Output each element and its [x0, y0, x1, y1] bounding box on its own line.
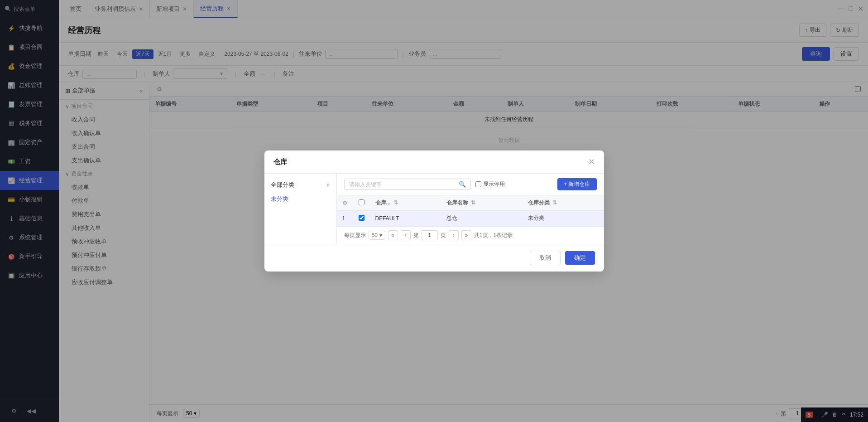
sort-category-icon[interactable]: ⇅ — [552, 199, 557, 206]
modal-total: 共1页，1条记录 — [474, 232, 513, 239]
modal-footer-bar: 每页显示 50 ▾ « ‹ 第 页 › » 共1页，1条记录 — [337, 226, 604, 244]
cancel-button[interactable]: 取消 — [530, 251, 561, 265]
row-name: 总仓 — [441, 211, 523, 226]
row-checkbox-cell — [353, 211, 370, 226]
row-code: DEFAULT — [370, 211, 441, 226]
modal-page-input[interactable] — [422, 230, 438, 240]
row-category: 未分类 — [523, 211, 604, 226]
col-warehouse-code: 仓库... ⇅ — [370, 195, 441, 211]
modal-search-icon: 🔍 — [459, 181, 466, 188]
modal-page-suffix: 页 — [441, 232, 446, 239]
modal-sidebar-all[interactable]: 全部分类 « — [264, 178, 336, 192]
all-category-label: 全部分类 — [271, 181, 294, 189]
row-num: 1 — [337, 211, 353, 226]
modal-next-btn[interactable]: › — [449, 230, 459, 240]
modal-header: 仓库 ✕ — [264, 150, 604, 174]
modal-select-all[interactable] — [359, 199, 364, 205]
modal-close-button[interactable]: ✕ — [588, 157, 595, 167]
modal-body: 全部分类 « 未分类 🔍 显示停用 + 新增仓库 — [264, 174, 604, 244]
modal-table-row[interactable]: 1 DEFAULT 总仓 未分类 — [337, 211, 604, 226]
modal-page-size-select[interactable]: 50 ▾ — [369, 231, 385, 240]
modal-table-container: ⚙ 仓库... ⇅ 仓库名称 — [337, 195, 604, 226]
show-disabled-checkbox[interactable] — [475, 181, 481, 187]
modal-actions: 取消 确定 — [264, 244, 604, 272]
modal-overlay[interactable]: 仓库 ✕ 全部分类 « 未分类 🔍 — [0, 0, 868, 422]
col-warehouse-name: 仓库名称 ⇅ — [441, 195, 523, 211]
modal-title: 仓库 — [273, 158, 287, 166]
modal-size-arrow: ▾ — [379, 232, 382, 238]
modal-table: ⚙ 仓库... ⇅ 仓库名称 — [337, 195, 604, 226]
modal-per-page-label: 每页显示 — [344, 232, 366, 239]
modal-sidebar-uncategorized[interactable]: 未分类 — [264, 192, 336, 206]
modal-first-btn[interactable]: « — [388, 230, 398, 240]
col-check — [353, 195, 370, 211]
sort-name-icon[interactable]: ⇅ — [471, 199, 475, 206]
confirm-button[interactable]: 确定 — [565, 251, 595, 265]
modal-prev-btn[interactable]: ‹ — [401, 230, 411, 240]
modal-toolbar: 🔍 显示停用 + 新增仓库 — [337, 174, 604, 195]
modal-search-box[interactable]: 🔍 — [344, 179, 471, 190]
modal-page-word: 第 — [413, 232, 419, 239]
modal-collapse-icon[interactable]: « — [327, 182, 330, 188]
modal-warehouse: 仓库 ✕ 全部分类 « 未分类 🔍 — [264, 150, 604, 272]
modal-last-btn[interactable]: » — [461, 230, 471, 240]
col-settings: ⚙ — [337, 195, 353, 211]
col-warehouse-category: 仓库分类 ⇅ — [523, 195, 604, 211]
modal-main: 🔍 显示停用 + 新增仓库 ⚙ — [337, 174, 604, 244]
sort-code-icon[interactable]: ⇅ — [393, 199, 398, 206]
row-checkbox[interactable] — [359, 215, 364, 221]
table-gear-icon[interactable]: ⚙ — [342, 200, 347, 206]
modal-search-input[interactable] — [349, 181, 457, 188]
modal-pagination: 每页显示 50 ▾ « ‹ 第 页 › » 共1页，1条记录 — [344, 230, 513, 240]
modal-sidebar: 全部分类 « 未分类 — [264, 174, 337, 244]
show-disabled-label: 显示停用 — [475, 180, 505, 188]
add-warehouse-button[interactable]: + 新增仓库 — [557, 178, 596, 190]
